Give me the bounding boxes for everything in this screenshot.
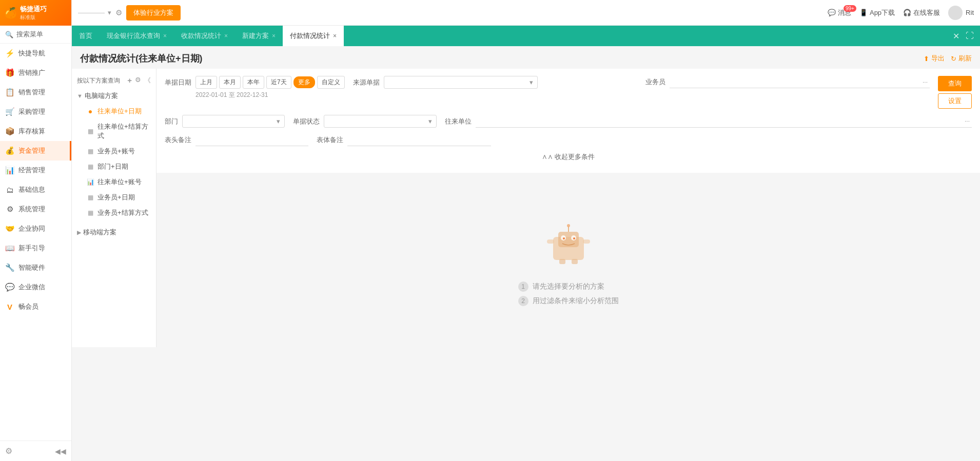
tab-new-scheme[interactable]: 新建方案 ×	[235, 26, 283, 46]
sidebar-item-marketing[interactable]: 🎁 营销推广	[0, 63, 71, 83]
page-title: 付款情况统计(往来单位+日期)	[80, 52, 203, 65]
tab-receipt-stats[interactable]: 收款情况统计 ×	[174, 26, 235, 46]
scheme-item-unit-date[interactable]: ● 往来单位+日期	[72, 104, 156, 119]
export-icon: ⬆	[924, 55, 929, 63]
sidebar-item-inventory[interactable]: 📦 库存核算	[0, 122, 71, 141]
staff-account-icon: ▦	[86, 147, 94, 155]
panel-collapse-icon[interactable]: 《	[144, 76, 151, 85]
sidebar-item-member[interactable]: V 畅会员	[0, 297, 71, 316]
scheme-item-unit-account[interactable]: 📊 往来单位+账号	[72, 174, 156, 190]
dept-label: 部门	[165, 117, 178, 126]
counterpart-input[interactable]	[476, 115, 972, 127]
body-note-input[interactable]	[347, 134, 491, 146]
tab-payment-stats-close[interactable]: ×	[333, 32, 337, 39]
sidebar-item-quick-nav[interactable]: ⚡ 快捷导航	[0, 44, 71, 63]
notification-area[interactable]: 💬 消息 99+	[828, 8, 851, 17]
app-logo-icon: 🍊	[4, 7, 17, 19]
app-download[interactable]: 📱 App下载	[859, 8, 895, 17]
panel-settings-icon[interactable]: ⚙	[135, 76, 141, 85]
scheme-item-unit-payment[interactable]: ▦ 往来单位+结算方式	[72, 119, 156, 144]
tab-maximize-icon[interactable]: ⛶	[964, 30, 976, 42]
empty-tip-1: 1 请先选择要分析的方案	[518, 282, 619, 292]
online-service[interactable]: 🎧 在线客服	[903, 8, 940, 17]
header-note-input[interactable]	[195, 134, 308, 146]
pc-scheme-group: ▼ 电脑端方案 ● 往来单位+日期 ▦ 往来单位+结算方式 ▦ 业务员+账号	[72, 88, 156, 221]
body-note-filter: 表体备注	[317, 134, 491, 146]
scheme-item-staff-date[interactable]: ▦ 业务员+日期	[72, 190, 156, 205]
source-select[interactable]: ▾	[384, 76, 538, 89]
dept-select[interactable]: ▾	[182, 115, 285, 128]
sidebar-item-guide[interactable]: 📖 新手引导	[0, 238, 71, 258]
sidebar-item-enterprise[interactable]: 🤝 企业协同	[0, 219, 71, 238]
dept-select-arrow: ▾	[277, 117, 280, 125]
sidebar-collapse-icon[interactable]: ◀◀	[55, 447, 66, 455]
date-buttons: 上月 本月 本年 近7天 更多 自定义	[195, 76, 345, 89]
dropdown-arrow[interactable]: ▾	[108, 9, 111, 16]
scheme-item-staff-account[interactable]: ▦ 业务员+账号	[72, 144, 156, 159]
staff-input-area: ···	[670, 76, 930, 88]
date-btn-last-month[interactable]: 上月	[195, 76, 217, 89]
sidebar-item-purchase[interactable]: 🛒 采购管理	[0, 102, 71, 122]
header-note-filter: 表头备注	[165, 134, 308, 146]
tip-num-2: 2	[518, 296, 528, 306]
user-profile[interactable]: Rit	[948, 6, 974, 20]
date-btn-this-year[interactable]: 本年	[243, 76, 264, 89]
sidebar-item-finance[interactable]: 💰 资金管理	[0, 141, 71, 161]
tab-receipt-stats-close[interactable]: ×	[224, 32, 228, 39]
unit-payment-icon: ▦	[86, 127, 94, 135]
staff-input[interactable]	[670, 76, 930, 88]
sidebar-search-item[interactable]: 🔍 搜索菜单	[0, 26, 71, 44]
panel-header-title: 按以下方案查询	[77, 76, 120, 85]
counterpart-more-icon[interactable]: ···	[965, 117, 970, 125]
staff-payment-icon: ▦	[86, 209, 94, 217]
sidebar-item-system[interactable]: ⚙ 系统管理	[0, 199, 71, 219]
scheme-item-dept-date[interactable]: ▦ 部门+日期	[72, 159, 156, 174]
sidebar-item-label: 销售管理	[18, 88, 45, 97]
system-icon: ⚙	[5, 205, 14, 214]
panel-add-icon[interactable]: +	[127, 76, 132, 85]
scheme-item-staff-payment[interactable]: ▦ 业务员+结算方式	[72, 205, 156, 221]
sidebar-item-operations[interactable]: 📊 经营管理	[0, 161, 71, 180]
tab-bank-flow-close[interactable]: ×	[163, 32, 167, 39]
search-icon: 🔍	[5, 31, 13, 38]
avatar	[948, 6, 963, 20]
staff-account-label: 业务员+账号	[97, 147, 135, 156]
date-filter-group: 单据日期 上月 本月 本年 近7天 更多 自定义	[165, 76, 345, 99]
mobile-group-title[interactable]: ▶ 移动端方案	[72, 225, 156, 240]
voucher-status-select[interactable]: ▾	[324, 115, 437, 128]
sidebar-item-weixin[interactable]: 💬 企业微信	[0, 277, 71, 297]
message-icon: 💬	[828, 9, 836, 16]
sidebar-item-hardware[interactable]: 🔧 智能硬件	[0, 258, 71, 277]
empty-tips: 1 请先选择要分析的方案 2 用过滤条件来缩小分析范围	[518, 282, 619, 306]
tab-home[interactable]: 首页	[72, 26, 100, 46]
collapse-label: 收起更多条件	[555, 153, 595, 161]
date-btn-7days[interactable]: 近7天	[266, 76, 291, 89]
date-btn-more[interactable]: 更多	[293, 76, 315, 88]
tab-new-scheme-close[interactable]: ×	[272, 32, 276, 39]
sales-icon: 📋	[5, 88, 14, 97]
date-filter-top: 单据日期 上月 本月 本年 近7天 更多 自定义	[165, 76, 345, 89]
sidebar-item-basic[interactable]: 🗂 基础信息	[0, 180, 71, 199]
tab-close-all-icon[interactable]: ✕	[951, 30, 962, 42]
collapse-more-button[interactable]: ∧∧ 收起更多条件	[165, 148, 972, 166]
date-btn-custom[interactable]: 自定义	[317, 76, 345, 89]
tab-bank-flow[interactable]: 现金银行流水查询 ×	[100, 26, 174, 46]
date-btn-this-month[interactable]: 本月	[219, 76, 241, 89]
export-button[interactable]: ⬆ 导出	[924, 54, 945, 63]
sidebar-settings-icon[interactable]: ⚙	[5, 446, 12, 456]
counterpart-filter: 往来单位 ···	[445, 115, 972, 128]
staff-date-label: 业务员+日期	[97, 193, 135, 202]
sidebar-search-label: 搜索菜单	[16, 30, 43, 39]
trial-button[interactable]: 体验行业方案	[126, 5, 181, 21]
refresh-button[interactable]: ↻ 刷新	[951, 54, 972, 63]
operations-icon: 📊	[5, 166, 14, 175]
pc-group-title[interactable]: ▼ 电脑端方案	[72, 88, 156, 104]
tab-payment-stats[interactable]: 付款情况统计 ×	[283, 26, 344, 46]
settings-button[interactable]: 设置	[938, 93, 972, 109]
staff-more-icon[interactable]: ···	[923, 78, 928, 86]
tab-bank-flow-label: 现金银行流水查询	[107, 31, 160, 41]
settings-icon[interactable]: ⚙	[115, 8, 122, 17]
query-button[interactable]: 查询	[938, 76, 972, 91]
tip-text-2: 用过滤条件来缩小分析范围	[533, 296, 619, 306]
sidebar-item-sales[interactable]: 📋 销售管理	[0, 83, 71, 102]
